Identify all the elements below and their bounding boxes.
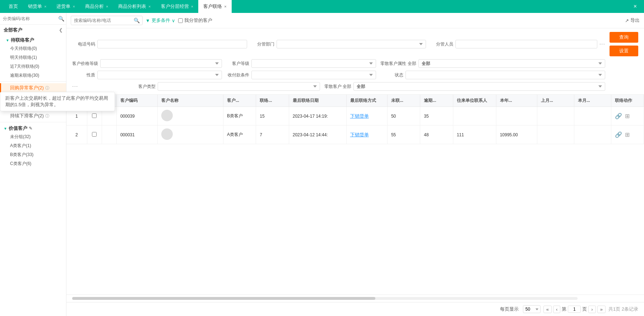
row1-code: 000039 [116, 107, 157, 126]
sidebar-divider-1 [0, 81, 66, 82]
nav-purchase-close[interactable]: × [73, 4, 75, 9]
nav-customer-contact[interactable]: 客户联络 × [198, 0, 231, 13]
scroll-thumb[interactable] [72, 297, 375, 300]
page-number-input[interactable] [568, 306, 581, 313]
filter-price-level: 客户价格等级 [72, 59, 222, 68]
sidebar-group-tri: ▼ [6, 38, 9, 42]
filter-nature-select[interactable] [97, 71, 222, 79]
filter-manager-input[interactable] [455, 40, 597, 48]
row1-avatar [161, 110, 173, 121]
window-close-button[interactable]: × [630, 3, 640, 10]
sidebar-item-ungroup[interactable]: 未分组(32) [0, 132, 66, 141]
filter-payment: 收付款条件 [226, 71, 376, 79]
row1-overdue: 35 [420, 107, 453, 126]
nav-customer-tier[interactable]: 客户分层经营 × [156, 0, 198, 13]
sidebar-item-overdue[interactable]: 逾期未联络(30) [0, 71, 66, 80]
nav-product-list-close[interactable]: × [148, 4, 150, 9]
filter-retail-select[interactable]: 全部 [353, 82, 605, 91]
nav-sales-close[interactable]: × [44, 4, 46, 9]
row1-link-icon[interactable]: 🔗 [615, 113, 622, 119]
sidebar-all-customers[interactable]: 全部客户 ❮ [0, 25, 66, 36]
my-customers-checkbox[interactable] [178, 18, 183, 23]
set-button[interactable]: 设置 [610, 46, 638, 56]
table-header-row: ⚙ 客户编码 客户名称 客户... 联络... 最后联络日期 最后联络方式 未联… [66, 95, 644, 107]
filter-phone: 电话号码 [72, 40, 247, 48]
row2-lastway[interactable]: 下销货单 [346, 126, 387, 144]
nav-customer-contact-close[interactable]: × [224, 4, 226, 9]
query-button[interactable]: 查询 [610, 32, 638, 43]
filter-status-select[interactable] [406, 71, 605, 79]
row2-thismonth [574, 126, 611, 144]
page-next-button[interactable]: › [588, 306, 596, 313]
filter-row4-dots[interactable]: ··· [72, 83, 78, 90]
th-unitcontact: 往来单位联系人 [453, 95, 496, 107]
row2-lastmonth [537, 126, 574, 144]
row2-action-icons: 🔗 ⊞ [615, 131, 640, 138]
my-customers-checkbox-label: 我分管的客户 [178, 17, 212, 24]
filter-ctype-select[interactable] [158, 82, 320, 91]
filter-dept-select[interactable] [277, 40, 426, 48]
nav-purchase[interactable]: 进货单 × [51, 0, 80, 13]
page-last-button[interactable]: » [597, 306, 606, 313]
filter-ctype-wrap [158, 82, 320, 91]
more-conditions-button[interactable]: ▼ 更多条件 ∨ [145, 17, 175, 24]
sidebar-search-container: 🔍 [0, 13, 66, 25]
filter-clevel-select[interactable] [251, 59, 376, 68]
sidebar-item-tomorrow[interactable]: 明天待联络(1) [0, 53, 66, 62]
horizontal-scroll-area [66, 294, 644, 302]
row2-link-icon[interactable]: 🔗 [615, 131, 622, 138]
nav-product-list[interactable]: 商品分析列表 × [113, 0, 156, 13]
nav-product-analysis-close[interactable]: × [106, 4, 108, 9]
top-nav: 首页 销货单 × 进货单 × 商品分析 × 商品分析列表 × 客户分层经营 × … [0, 0, 644, 13]
nav-home[interactable]: 首页 [4, 0, 23, 13]
filter-customer-type-label: 客户类型 [133, 84, 156, 90]
nav-product-analysis[interactable]: 商品分析 × [80, 0, 113, 13]
nav-customer-tier-close[interactable]: × [191, 4, 193, 9]
filter-nature-label: 性质 [72, 72, 95, 78]
row1-checkbox[interactable] [92, 113, 97, 118]
sidebar-item-c-class[interactable]: C类客户(6) [0, 159, 66, 168]
filter-price-select[interactable] [100, 59, 222, 68]
sidebar-item-7days[interactable]: 近7天待联络(0) [0, 62, 66, 71]
sidebar-group-pending[interactable]: ▼ 待联络客户 [0, 36, 66, 44]
advanced-filter: 电话号码 分管部门 分管人员 ··· 查询 [66, 28, 644, 95]
th-lastdate: 最后联络日期 [289, 95, 346, 107]
row2-unitcontact: 111 [453, 126, 496, 144]
table-row: 2 000031 A类客户 7 2023-04-12 14:44: [66, 126, 644, 144]
row2-checkbox[interactable] [92, 132, 97, 137]
filter-bar: 🔍 ▼ 更多条件 ∨ 我分管的客户 ↗ 导出 [66, 13, 644, 28]
th-action: 联络动作 [611, 95, 644, 107]
sidebar-item-abnormal[interactable]: 回购异常客户(2) ⓘ [0, 83, 66, 93]
th-uncontact: 未联... [387, 95, 420, 107]
filter-retail-attr-select[interactable]: 全部 [418, 59, 605, 68]
row2-lastdate: 2023-04-12 14:44: [289, 126, 346, 144]
sidebar-item-b-class[interactable]: B类客户(33) [0, 150, 66, 159]
nav-sales[interactable]: 销货单 × [23, 0, 51, 13]
row1-lastway[interactable]: 下销货单 [346, 107, 387, 126]
filter-row-4: ··· 客户类型 零散客户 全部 全部 [72, 82, 638, 91]
per-page-select[interactable]: 50 20 100 [523, 305, 541, 313]
sidebar-item-declining[interactable]: 持续下滑客户(2) ⓘ [0, 111, 66, 121]
row2-settings [102, 126, 116, 144]
sidebar-group-value[interactable]: ▼ 价值客户 ✎ [0, 124, 66, 132]
row1-grid-icon[interactable]: ⊞ [625, 113, 630, 119]
filter-phone-input[interactable] [97, 40, 247, 48]
page-prev-button[interactable]: ‹ [553, 306, 560, 313]
sidebar-item-a-class[interactable]: A类客户(1) [0, 141, 66, 150]
main-search-icon[interactable]: 🔍 [134, 18, 140, 23]
sidebar-item-today[interactable]: 今天待联络(0) [0, 44, 66, 53]
export-button[interactable]: ↗ 导出 [625, 17, 640, 24]
row2-idx: 2 [66, 126, 87, 144]
filter-nature-wrap [97, 71, 222, 79]
sidebar-search-input[interactable] [3, 16, 57, 21]
page-first-button[interactable]: « [543, 306, 552, 313]
row2-uncontact: 55 [387, 126, 420, 144]
filter-manager-dots[interactable]: ··· [599, 41, 605, 47]
sidebar-group2-edit-icon[interactable]: ✎ [29, 126, 32, 131]
filter-retail-wrap: 全部 [353, 82, 605, 91]
th-name: 客户名称 [158, 95, 223, 107]
filter-payment-select[interactable] [251, 71, 376, 79]
row2-grid-icon[interactable]: ⊞ [625, 131, 630, 138]
main-search-input[interactable] [71, 16, 143, 25]
row1-uncontact: 50 [387, 107, 420, 126]
